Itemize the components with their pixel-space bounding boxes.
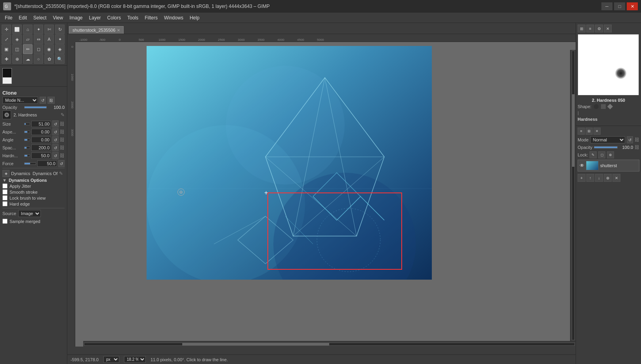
sample-merged-checkbox[interactable] [2, 219, 8, 224]
angle-track[interactable] [24, 139, 30, 141]
lower-layer-btn[interactable]: ↓ [595, 174, 603, 182]
apply-jitter-checkbox[interactable] [2, 183, 8, 189]
pencil-tool[interactable]: ✏ [23, 44, 32, 54]
smooth-stroke-checkbox[interactable] [2, 189, 8, 194]
menu-item-file[interactable]: File [2, 14, 15, 21]
aspect-input[interactable] [31, 129, 51, 135]
maximize-button[interactable]: □ [614, 2, 625, 10]
unit-select[interactable]: px [103, 356, 119, 363]
dynamics-edit-button[interactable]: ✎ [59, 171, 63, 176]
mode-chain[interactable]: ⛓ [48, 97, 55, 104]
layers-mode-select[interactable]: Normal [590, 136, 625, 143]
spacing-reset[interactable]: ↺ [52, 144, 59, 151]
clone-tool[interactable]: ⊕ [12, 54, 22, 64]
shape-diamond-btn[interactable] [607, 104, 613, 109]
free-select-tool[interactable]: ⌂ [23, 25, 32, 34]
lock-alpha-btn[interactable]: ◻ [598, 151, 605, 158]
canvas-image[interactable]: + ⊕ [147, 46, 432, 280]
shape-circle-btn[interactable] [594, 104, 599, 109]
mode-reset[interactable]: ↺ [40, 97, 46, 104]
airbrush-tool[interactable]: ◉ [44, 44, 54, 54]
menu-item-tools[interactable]: Tools [124, 14, 141, 21]
lock-position-btn[interactable]: ⊕ [607, 151, 614, 158]
canvas-viewport[interactable]: + ⊕ [75, 42, 576, 347]
angle-input[interactable] [31, 137, 51, 143]
blend-tool[interactable]: ◫ [12, 44, 22, 54]
brush-edit-button[interactable]: ✎ [61, 112, 65, 118]
menu-item-help[interactable]: Help [187, 14, 203, 21]
rotate-tool[interactable]: ↻ [55, 25, 65, 34]
hardness-reset[interactable]: ↺ [52, 152, 59, 159]
layers-menu-btn[interactable]: ≡ [578, 128, 585, 135]
crop-tool[interactable]: ✄ [44, 25, 54, 34]
layers-mode-reset[interactable]: ↺ [627, 136, 633, 143]
horizontal-scrollbar[interactable] [83, 341, 576, 347]
aspect-reset[interactable]: ↺ [52, 128, 59, 135]
vscroll-track[interactable] [572, 51, 575, 340]
size-input[interactable] [31, 121, 51, 127]
brush-list-btn[interactable]: ≡ [586, 25, 594, 32]
menu-item-select[interactable]: Select [30, 14, 50, 21]
angle-chain[interactable]: ⛓ [60, 137, 65, 143]
brush-grid-btn[interactable]: ⊞ [578, 25, 586, 32]
scale-tool[interactable]: ⤢ [2, 34, 11, 44]
rect-select-tool[interactable]: ⬜ [12, 25, 22, 34]
lock-brush-checkbox[interactable] [2, 195, 8, 200]
layer-item[interactable]: 👁 shutterst [578, 160, 639, 172]
close-button[interactable]: ✕ [627, 2, 638, 10]
opacity-track[interactable] [24, 106, 47, 109]
mode-select[interactable]: Mode N... [2, 97, 38, 104]
layers-grid-btn[interactable]: ⊞ [586, 128, 593, 135]
brush-close-btn[interactable]: ✕ [604, 25, 612, 32]
flip-tool[interactable]: ⇔ [34, 34, 43, 44]
hardness-input[interactable] [31, 152, 51, 159]
force-reset[interactable]: ↺ [58, 160, 65, 167]
delete-layer-btn[interactable]: ✕ [612, 174, 620, 182]
new-layer-btn[interactable]: + [578, 174, 586, 182]
hscroll-track[interactable] [84, 343, 575, 346]
shape-square-btn[interactable] [601, 104, 606, 109]
duplicate-layer-btn[interactable]: ⊕ [604, 174, 612, 182]
source-select[interactable]: Image [18, 210, 41, 217]
angle-reset[interactable]: ↺ [52, 136, 59, 143]
spacing-chain[interactable]: ⛓ [60, 145, 65, 151]
layers-close-btn[interactable]: ✕ [593, 128, 601, 135]
image-tab-close[interactable]: ✕ [117, 28, 120, 32]
hard-edge-checkbox[interactable] [2, 201, 8, 206]
menu-item-filters[interactable]: Filters [141, 14, 161, 21]
menu-item-layer[interactable]: Layer [86, 14, 104, 21]
menu-item-view[interactable]: View [50, 14, 66, 21]
dodge-tool[interactable]: ○ [34, 54, 43, 64]
size-track[interactable] [24, 123, 30, 125]
dynamics-options-header[interactable]: ▼ Dynamics Options [2, 178, 65, 183]
shear-tool[interactable]: ◈ [12, 34, 22, 44]
lock-paint-btn[interactable]: ✎ [589, 151, 597, 158]
canvas-body[interactable]: -1000 -500 0 500 1000 1500 2000 2500 300… [67, 34, 576, 354]
hardness-track[interactable] [24, 154, 30, 157]
size-reset[interactable]: ↺ [52, 120, 59, 128]
menu-item-colors[interactable]: Colors [104, 14, 124, 21]
brush-options-btn[interactable]: ⚙ [595, 25, 603, 32]
raise-layer-btn[interactable]: ↑ [586, 174, 594, 182]
hscroll-thumb[interactable] [182, 343, 329, 345]
bucket-fill-tool[interactable]: ▣ [2, 44, 11, 54]
menu-item-windows[interactable]: Windows [161, 14, 187, 21]
layers-mode-chain[interactable]: ⛓ [635, 137, 639, 143]
layers-opacity-chain[interactable]: ⛓ [635, 145, 639, 150]
size-chain[interactable]: ⛓ [60, 121, 65, 127]
force-track[interactable] [24, 162, 36, 165]
layers-opacity-track[interactable] [594, 146, 618, 149]
fuzzy-select-tool[interactable]: ✦ [34, 25, 43, 34]
perspective-tool[interactable]: ▱ [23, 34, 32, 44]
force-input[interactable] [37, 160, 57, 167]
ink-tool[interactable]: ◈ [55, 44, 65, 54]
heal-tool[interactable]: ✚ [2, 54, 11, 64]
smudge-tool[interactable]: ☁ [23, 54, 32, 64]
fg-color-box[interactable] [2, 68, 12, 78]
brush-thumb[interactable] [2, 111, 11, 119]
hardness-chain[interactable]: ⛓ [60, 153, 65, 158]
aspect-chain[interactable]: ⛓ [60, 129, 65, 135]
eraser-tool[interactable]: ◻ [34, 44, 43, 54]
vertical-scrollbar[interactable] [570, 50, 576, 341]
path-tool[interactable]: ✿ [44, 54, 54, 64]
